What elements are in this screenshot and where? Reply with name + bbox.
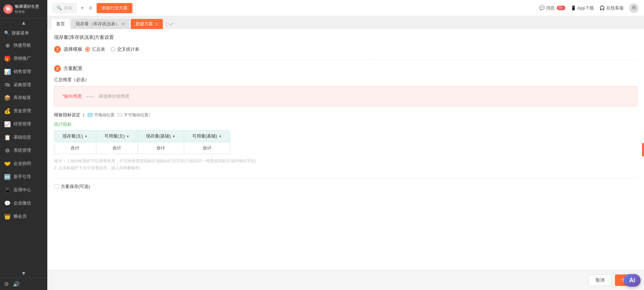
marketing-icon: 🎁 [4,55,11,62]
tab-inventory-close[interactable]: ✕ [122,22,125,26]
col-header-0[interactable]: 现存量(主) ▼ [54,130,96,142]
summary-3: 合计 [184,142,230,154]
legend-draggable-box [88,113,93,117]
new-guide-icon: 🆕 [4,174,11,180]
sales-icon: 📊 [4,69,11,75]
cancel-button[interactable]: 取消 [589,274,612,286]
sidebar-item-enterprise[interactable]: 🤝 企业协同 [0,157,47,170]
summary-1: 合计 [96,142,138,154]
sidebar-item-marketing[interactable]: 🎁 营销推广 [0,52,47,65]
ai-badge[interactable]: Ai [624,274,641,287]
stats-table: 现存量(主) ▼ 可用量(主) ▼ [54,130,230,154]
topbar-search-icon: 🔍 [56,5,62,10]
notification-icon: 💬 [539,5,545,10]
section1-title: 选择模板 [64,46,82,52]
tab-home[interactable]: 首页 [51,19,70,29]
online-service-label: 在线客服 [606,5,624,11]
search-icon: 🔍 [4,30,9,35]
topbar-left: 🔍 搜索 ▼ ⚙ 体验行业方案 [53,3,132,13]
sidebar-item-app-center[interactable]: 📱 应用中心 [0,184,47,197]
tab-expand-icon[interactable]: □ [166,21,168,27]
sidebar-item-label: 基础信息 [14,134,31,140]
sidebar-item-enterprise-wx[interactable]: 💬 企业微信 [0,197,47,210]
save-option: 方案保存(可选) [54,184,637,190]
sidebar-item-label: 快捷导航 [14,42,31,48]
inventory-icon: 📦 [4,95,11,101]
sidebar-item-label: 企业微信 [14,200,31,206]
sidebar-scroll-up[interactable]: ▲ [0,19,47,27]
sidebar: 畅 畅康通好生意 标准版 ▲ 🔍 搜索菜单 ⊕ 快捷导航 🎁 营销推广 📊 销售… [0,0,47,290]
tip-1: 提示： 1.拖动标题栏可以调整布局，不可跨维度或指标区域拖动栏目字段(只能在同一… [54,158,637,164]
tab-collapse-icon[interactable]: ⤢ [170,21,174,27]
radio-summary-dot [85,47,90,52]
sidebar-item-label: 系统管理 [14,147,31,153]
sidebar-item-label: 新手引导 [14,174,31,180]
sidebar-logo: 畅 畅康通好生意 标准版 [0,0,47,19]
col-2-dropdown-icon: ▼ [172,135,176,138]
radio-cross-dot [110,47,115,52]
sidebar-item-membership[interactable]: 👑 畅会员 [0,210,47,223]
app-logo-icon: 畅 [3,4,13,14]
notification-label: 消息 [546,5,555,11]
app-name-block: 畅康通好生意 标准版 [15,4,39,14]
app-edition: 标准版 [15,9,39,14]
notification-badge: 99+ [557,6,565,10]
sidebar-scroll-down[interactable]: ▼ [0,269,47,278]
quick-nav-icon: ⊕ [4,42,11,49]
sidebar-search[interactable]: 🔍 搜索菜单 [0,27,47,39]
tab-new-plan[interactable]: 新建方案 ✕ [131,19,163,29]
trial-btn[interactable]: 体验行业方案 [97,3,132,13]
col-header-2[interactable]: 现存量(基辅) ▼ [138,130,184,142]
dropdown-arrow-icon[interactable]: ▼ [80,6,84,10]
stats-group-label: 统计指标 [54,121,637,127]
sidebar-item-label: 企业协同 [14,161,31,167]
topbar-search[interactable]: 🔍 搜索 [53,3,76,13]
sidebar-item-label: 经营管理 [14,121,31,127]
action-bar: 取消 查询 [47,270,644,290]
sidebar-item-purchase[interactable]: 🛍 采购管理 [0,78,47,91]
sidebar-item-finance[interactable]: 💰 资金管理 [0,104,47,118]
tabbar: 首页 现存量（库存状况表） ✕ 新建方案 ✕ □ ⤢ [47,16,644,29]
sidebar-item-basic-info[interactable]: 📋 基础信息 [0,131,47,144]
sound-icon[interactable]: 🔊 [13,281,20,287]
main-area: 🔍 搜索 ▼ ⚙ 体验行业方案 💬 消息 99+ 📱 App下载 🎧 在线客服 [47,0,644,290]
radio-cross[interactable]: 交叉统计表 [110,46,139,52]
dimension-box[interactable]: *纵向维度 —— 请选择分组维度 [54,86,637,106]
sidebar-footer: ⚙ 🔊 [0,278,47,290]
sidebar-item-inventory[interactable]: 📦 库存核算 [0,91,47,104]
headset-icon: 🎧 [599,5,605,10]
stats-section: 统计指标 现存量(主) ▼ [54,121,637,154]
section-divider-2 [54,178,637,178]
summary-2: 合计 [138,142,184,154]
user-avatar[interactable]: 用 [629,3,639,13]
notification-item[interactable]: 💬 消息 99+ [539,5,565,11]
dimension-placeholder: 请选择分组维度 [99,93,129,99]
sidebar-item-quick-nav[interactable]: ⊕ 快捷导航 [0,39,47,52]
sidebar-item-sales[interactable]: 📊 销售管理 [0,65,47,78]
sidebar-item-system[interactable]: ⚙ 系统管理 [0,144,47,157]
settings-icon[interactable]: ⚙ [4,281,9,287]
settings-gear-icon[interactable]: ⚙ [89,5,93,10]
tab-inventory[interactable]: 现存量（库存状况表） ✕ [71,19,129,29]
legend-fixed-label: 不可拖动位置） [124,112,152,118]
app-download-item[interactable]: 📱 App下载 [571,5,594,11]
online-service-item[interactable]: 🎧 在线客服 [599,5,624,11]
section1-badge: 1 [54,46,61,53]
tip-2: 2. 点击标题栏下拉可设置排序、插入列和删除列 [54,165,637,171]
sidebar-item-new-guide[interactable]: 🆕 新手引导 [0,170,47,184]
legend-draggable-item: 可拖动位置 [88,112,115,118]
section2-title: 方案配置 [64,66,82,72]
operations-icon: 📈 [4,121,11,127]
col-header-3[interactable]: 可用量(基辅) ▼ [184,130,230,142]
section-divider-1 [54,59,637,60]
tab-new-plan-close[interactable]: ✕ [155,22,158,26]
col-header-3-label: 可用量(基辅) [192,133,217,139]
save-checkbox[interactable] [54,184,59,189]
sidebar-item-operations[interactable]: 📈 经营管理 [0,118,47,131]
topbar-right: 💬 消息 99+ 📱 App下载 🎧 在线客服 用 [539,3,639,13]
col-header-1[interactable]: 可用量(主) ▼ [96,130,138,142]
tips-block: 提示： 1.拖动标题栏可以调整布局，不可跨维度或指标区域拖动栏目字段(只能在同一… [54,158,637,171]
radio-summary[interactable]: 汇总表 [85,46,105,52]
content-area: 现存量(库存状况表)方案设置 1 选择模板 汇总表 交叉统计表 [47,29,644,270]
topbar-search-placeholder: 搜索 [64,5,73,11]
